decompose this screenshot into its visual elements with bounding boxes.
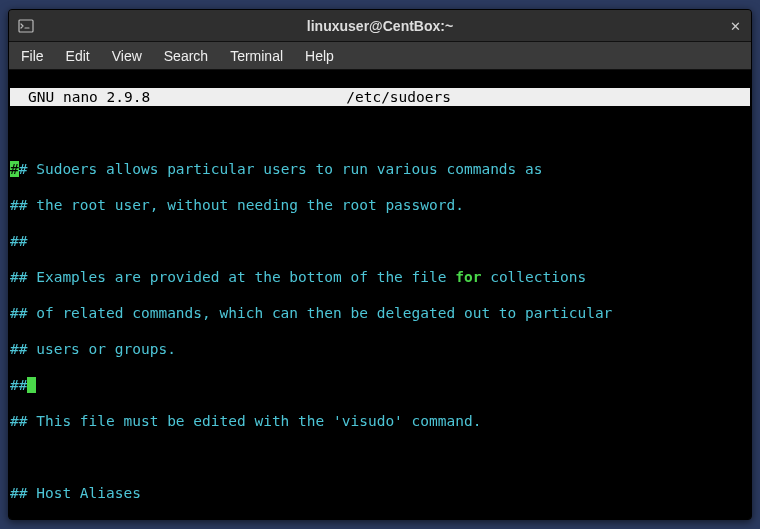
terminal-icon xyxy=(17,17,35,35)
file-line xyxy=(10,124,750,142)
file-line: ## xyxy=(10,232,750,250)
editor-name: GNU nano 2.9.8 xyxy=(10,88,150,106)
file-line: ## the root user, without needing the ro… xyxy=(10,196,750,214)
editor-file: /etc/sudoers xyxy=(150,88,740,106)
file-line: ## of related commands, which can then b… xyxy=(10,304,750,322)
file-line xyxy=(10,448,750,466)
file-line: ## xyxy=(10,376,750,394)
file-line: ## This file must be edited with the 'vi… xyxy=(10,412,750,430)
terminal-content[interactable]: GNU nano 2.9.8/etc/sudoers ## Sudoers al… xyxy=(9,70,751,519)
file-line: ## Sudoers allows particular users to ru… xyxy=(10,160,750,178)
menu-terminal[interactable]: Terminal xyxy=(230,48,283,64)
titlebar: linuxuser@CentBox:~ ✕ xyxy=(9,10,751,42)
window-title: linuxuser@CentBox:~ xyxy=(9,18,751,34)
file-line: ## Host Aliases xyxy=(10,484,750,502)
menu-edit[interactable]: Edit xyxy=(66,48,90,64)
menu-search[interactable]: Search xyxy=(164,48,208,64)
menu-file[interactable]: File xyxy=(21,48,44,64)
close-button[interactable]: ✕ xyxy=(725,16,745,36)
terminal-window: linuxuser@CentBox:~ ✕ File Edit View Sea… xyxy=(8,9,752,520)
file-line: ## users or groups. xyxy=(10,340,750,358)
nano-header: GNU nano 2.9.8/etc/sudoers xyxy=(10,88,750,106)
file-line: ## Examples are provided at the bottom o… xyxy=(10,268,750,286)
menu-help[interactable]: Help xyxy=(305,48,334,64)
svg-rect-0 xyxy=(19,20,33,32)
menubar: File Edit View Search Terminal Help xyxy=(9,42,751,70)
menu-view[interactable]: View xyxy=(112,48,142,64)
